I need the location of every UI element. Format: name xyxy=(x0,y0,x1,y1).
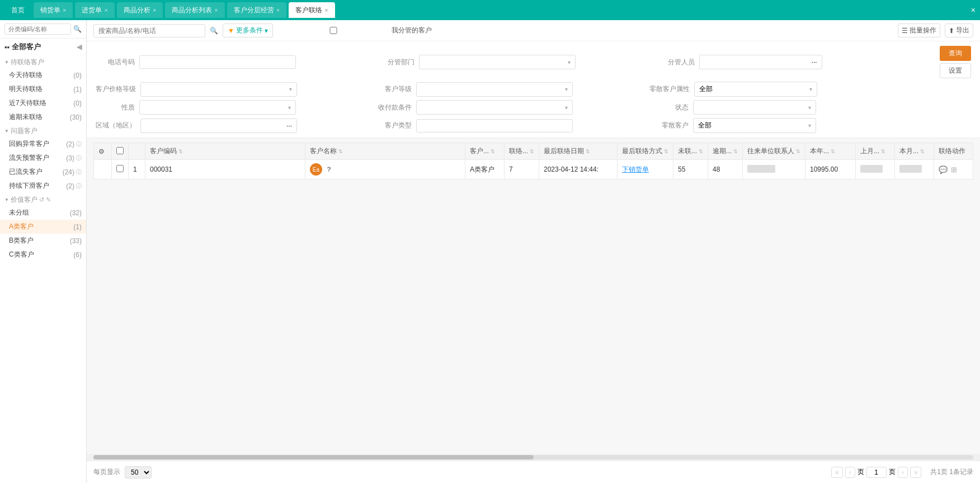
all-customers-header[interactable]: ▪▪ 全部客户 ◀ xyxy=(0,39,86,55)
settings-button[interactable]: 设置 xyxy=(940,63,971,78)
sidebar-item-tomorrow[interactable]: 明天待联络 (1) xyxy=(0,82,86,96)
group-pending[interactable]: ▼ 待联络客户 xyxy=(0,55,86,68)
batch-operation-btn[interactable]: ☰ 批量操作 xyxy=(898,23,940,37)
col-type[interactable]: 客户... ⇅ xyxy=(465,143,504,160)
next-page-btn[interactable]: › xyxy=(898,467,908,478)
sidebar-item-declining[interactable]: 持续下滑客户 (2) ⓘ xyxy=(0,179,86,193)
sidebar-item-b-class[interactable]: B类客户 (33) xyxy=(0,234,86,248)
sidebar-item-abnormal[interactable]: 回购异常客户 (2) ⓘ xyxy=(0,137,86,151)
window-close-button[interactable]: × xyxy=(971,6,976,15)
retail-attr-select[interactable]: 全部 ▾ xyxy=(694,82,817,97)
sidebar-search-icon[interactable]: 🔍 xyxy=(73,25,82,33)
sort-this-month-icon: ⇅ xyxy=(920,149,925,154)
tab-analysis-list[interactable]: 商品分析列表 × xyxy=(165,2,224,18)
price-level-select[interactable]: ▾ xyxy=(140,82,297,97)
close-purchase-tab[interactable]: × xyxy=(104,7,107,13)
message-action-icon[interactable]: 💬 xyxy=(939,165,948,174)
sidebar-item-warning[interactable]: 流失预警客户 (3) ⓘ xyxy=(0,151,86,165)
filter-row-2: 客户价格等级 ▾ 客户等级 ▾ 零散客户属性 全部 xyxy=(96,82,971,97)
customer-type-input[interactable] xyxy=(416,119,573,132)
search-bar-icon[interactable]: 🔍 xyxy=(210,27,218,35)
tab-home[interactable]: 首页 xyxy=(4,2,31,18)
sidebar-item-lost[interactable]: 已流失客户 (24) ⓘ xyxy=(0,165,86,179)
close-analysis-list-tab[interactable]: × xyxy=(214,7,218,13)
tab-customer-segment[interactable]: 客户分层经营 × xyxy=(227,2,286,18)
select-all-checkbox[interactable] xyxy=(116,147,124,154)
phone-input[interactable] xyxy=(139,55,296,69)
field-customer-level: 客户等级 ▾ xyxy=(373,82,649,97)
col-unit-contact[interactable]: 往来单位联系人 ⇅ xyxy=(743,143,805,160)
row-select-checkbox[interactable] xyxy=(116,165,124,172)
close-analysis-tab[interactable]: × xyxy=(153,7,156,13)
query-button[interactable]: 查询 xyxy=(940,46,971,61)
col-this-year[interactable]: 本年... ⇅ xyxy=(805,143,856,160)
filter-row-3: 性质 ▾ 收付款条件 ▾ 状态 xyxy=(96,100,971,115)
status-select[interactable]: ▾ xyxy=(693,100,816,115)
sort-unit-contact-icon: ⇅ xyxy=(796,149,800,154)
region-select[interactable]: ··· xyxy=(140,119,297,133)
payment-select[interactable]: ▾ xyxy=(416,100,573,115)
person-select[interactable]: ··· xyxy=(699,55,822,69)
last-month-placeholder xyxy=(860,165,883,173)
more-conditions-btn[interactable]: ▼ 更多条件 ▾ xyxy=(223,23,273,37)
tab-customer-contact[interactable]: 客户联络 × xyxy=(289,2,334,18)
my-customers-check[interactable] xyxy=(277,27,389,34)
price-level-chevron-icon: ▾ xyxy=(289,86,292,92)
col-gear[interactable]: ⚙ xyxy=(94,143,112,160)
refresh-value-icon[interactable]: ↺ xyxy=(39,196,44,203)
page-number-input[interactable] xyxy=(866,467,887,478)
customer-level-chevron-icon: ▾ xyxy=(565,86,568,92)
col-no-contact[interactable]: 未联... ⇅ xyxy=(673,143,708,160)
group-value[interactable]: ▼ 价值客户 ↺ ✎ xyxy=(0,193,86,206)
col-last-date[interactable]: 最后联络日期 ⇅ xyxy=(539,143,617,160)
tab-analysis[interactable]: 商品分析 × xyxy=(117,2,163,18)
col-code[interactable]: 客户编码 ⇅ xyxy=(145,143,305,160)
col-this-month[interactable]: 本月... ⇅ xyxy=(895,143,934,160)
row-seq: 1 xyxy=(129,160,145,179)
col-last-month[interactable]: 上月... ⇅ xyxy=(856,143,895,160)
row-last-method: 下销货单 xyxy=(617,160,673,179)
my-customers-checkbox[interactable]: 我分管的客户 xyxy=(277,26,432,35)
dots-icon: ··· xyxy=(812,58,817,66)
sidebar-item-today[interactable]: 今天待联络 (0) xyxy=(0,68,86,82)
last-method-link[interactable]: 下销货单 xyxy=(622,165,649,173)
sidebar-item-7days[interactable]: 近7天待联络 (0) xyxy=(0,96,86,110)
sort-overdue-icon: ⇅ xyxy=(733,149,738,154)
row-checkbox[interactable] xyxy=(112,160,129,179)
retail-customer-chevron-icon: ▾ xyxy=(808,122,811,129)
group-problem[interactable]: ▼ 问题客户 xyxy=(0,124,86,137)
retail-customer-select[interactable]: 全部 ▾ xyxy=(693,118,816,133)
nature-select[interactable]: ▾ xyxy=(139,100,296,115)
sidebar-item-ungroup[interactable]: 未分组 (32) xyxy=(0,206,86,220)
scrollbar-thumb[interactable] xyxy=(93,455,534,460)
export-btn[interactable]: ⬆ 导出 xyxy=(945,23,973,37)
sidebar-item-a-class[interactable]: A类客户 (1) xyxy=(0,220,86,234)
close-sales-tab[interactable]: × xyxy=(63,7,66,13)
close-contact-tab[interactable]: × xyxy=(324,7,328,13)
col-contact[interactable]: 联络... ⇅ xyxy=(504,143,539,160)
filter-row-4: 区域（地区） ··· 客户类型 零散客户 全部 ▾ xyxy=(96,118,971,133)
tab-purchase[interactable]: 进货单 × xyxy=(75,2,114,18)
batch-icon: ☰ xyxy=(902,27,908,35)
page-size-select[interactable]: 50 xyxy=(125,466,152,479)
search-input[interactable] xyxy=(93,24,205,37)
horizontal-scrollbar[interactable] xyxy=(87,454,980,461)
sidebar-item-c-class[interactable]: C类客户 (6) xyxy=(0,248,86,262)
dept-select[interactable]: ▾ xyxy=(419,55,576,69)
col-last-method[interactable]: 最后联络方式 ⇅ xyxy=(617,143,673,160)
first-page-btn[interactable]: « xyxy=(831,467,843,478)
prev-page-btn[interactable]: ‹ xyxy=(845,467,855,478)
scrollbar-track[interactable] xyxy=(93,455,973,460)
close-segment-tab[interactable]: × xyxy=(276,7,280,13)
sidebar-search-input[interactable] xyxy=(4,23,71,35)
sidebar-item-overdue[interactable]: 逾期未联络 (30) xyxy=(0,110,86,124)
tab-sales[interactable]: 销货单 × xyxy=(34,2,73,18)
qr-action-icon[interactable]: ⊞ xyxy=(951,165,957,174)
col-name[interactable]: 客户名称 ⇅ xyxy=(305,143,465,160)
edit-value-icon[interactable]: ✎ xyxy=(46,196,51,203)
sidebar-collapse-btn[interactable]: ◀ xyxy=(77,43,82,51)
col-overdue[interactable]: 逾期... ⇅ xyxy=(708,143,742,160)
last-page-btn[interactable]: » xyxy=(910,467,922,478)
row-this-year: 10995.00 xyxy=(805,160,856,179)
customer-level-select[interactable]: ▾ xyxy=(416,82,573,97)
